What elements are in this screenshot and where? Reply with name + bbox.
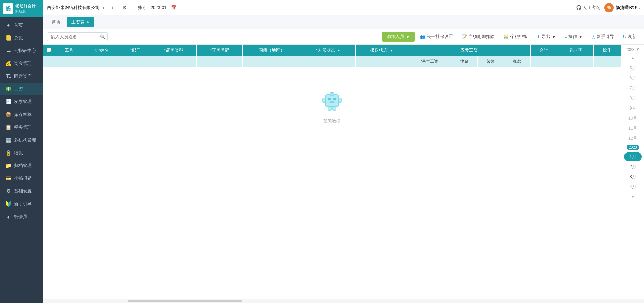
sidebar-label-invoice: 发票管理 xyxy=(14,99,32,105)
sidebar-label-fixed-assets: 固定资产 xyxy=(14,73,32,79)
date-month-6[interactable]: 6月 xyxy=(624,73,642,83)
th-salary-group: 应发工资 xyxy=(408,45,531,56)
guide-button[interactable]: ◎ 新手引导 xyxy=(588,32,617,41)
service-button[interactable]: 🎧 人工客询 xyxy=(576,5,600,11)
svg-rect-0 xyxy=(325,95,339,107)
sidebar-item-expense[interactable]: 💳小畅报销 xyxy=(0,172,43,185)
date-month-12[interactable]: 12月 xyxy=(624,134,642,143)
settings-button[interactable]: ⚙ xyxy=(120,3,129,12)
date-month-5[interactable]: 5月 xyxy=(624,63,642,73)
date-month-4[interactable]: 4月 xyxy=(624,182,642,191)
sidebar-item-close-period[interactable]: 🔒结账 xyxy=(0,146,43,159)
horizontal-scrollbar[interactable] xyxy=(128,300,242,302)
th-checkbox[interactable] xyxy=(43,45,55,56)
date-month-10[interactable]: 10月 xyxy=(624,114,642,123)
topbar-divider xyxy=(134,4,134,11)
operation-arrow-icon: ▼ xyxy=(578,34,583,39)
refresh-button[interactable]: ↻ 刷新 xyxy=(619,32,640,41)
date-month-9[interactable]: 9月 xyxy=(624,103,642,113)
export-arrow-icon: ▼ xyxy=(552,34,556,39)
th-report-status: 报送状态 ▼ xyxy=(356,45,408,56)
add-person-button[interactable]: 添加人员 ▼ xyxy=(382,32,415,42)
th-allowance: 津贴 xyxy=(451,56,478,67)
search-box[interactable]: 🔍 xyxy=(47,32,108,41)
date-next-btn[interactable]: ▼ xyxy=(628,192,638,201)
sidebar-label-guide: 新手引导 xyxy=(14,201,32,207)
sidebar-item-settings[interactable]: ⚙基础设置 xyxy=(0,185,43,198)
expand-panel-button[interactable]: ⤢ xyxy=(631,2,641,13)
sidebar-item-ledger[interactable]: 📒总账 xyxy=(0,32,43,44)
guide-icon: 🔰 xyxy=(5,201,11,207)
logo-icon: 畅 xyxy=(3,3,13,14)
date-month-8[interactable]: 8月 xyxy=(624,93,642,103)
th-number: 工号 xyxy=(55,45,83,56)
sidebar-label-inventory: 库存核算 xyxy=(14,112,32,118)
sidebar-item-payroll[interactable]: 💵工资 xyxy=(0,83,43,95)
date-month-11[interactable]: 11月 xyxy=(624,124,642,133)
sidebar-label-archive: 归档管理 xyxy=(14,163,32,169)
extra-deduction-button[interactable]: 📝 专项附加扣除 xyxy=(458,32,498,41)
home-icon: ⊞ xyxy=(5,22,11,28)
th-nationality: 国籍（地区） xyxy=(242,45,301,56)
export-button[interactable]: ⬆ 导出 ▼ xyxy=(533,32,559,41)
sidebar-item-fund[interactable]: 💰资金管理 xyxy=(0,57,43,70)
tab-payroll[interactable]: 工资表 ✕ xyxy=(67,17,94,27)
sidebar-label-cloud-report: 云报表中心 xyxy=(14,48,36,54)
tab-payroll-label: 工资表 xyxy=(71,19,84,25)
sidebar-item-invoice[interactable]: 🧾发票管理 xyxy=(0,95,43,108)
tab-payroll-close[interactable]: ✕ xyxy=(86,20,89,24)
date-month-3[interactable]: 3月 xyxy=(624,172,642,181)
th-dept: *部门 xyxy=(120,45,151,56)
service-label: 人工客询 xyxy=(583,5,600,11)
sidebar-label-tax: 税务管理 xyxy=(14,124,32,130)
sidebar-label-ledger: 总账 xyxy=(14,35,23,41)
calendar-icon[interactable]: 📅 xyxy=(171,5,176,10)
search-input[interactable] xyxy=(51,34,98,39)
year-badge[interactable]: 2023 xyxy=(627,145,639,150)
social-security-button[interactable]: 👥 统一社保设置 xyxy=(417,32,456,41)
personal-tax-button[interactable]: 🧮 个税申报 xyxy=(500,32,531,41)
sidebar-item-fixed-assets[interactable]: 🏗固定资产 xyxy=(0,70,43,83)
sidebar-item-multi-org[interactable]: 🏢多机构管理 xyxy=(0,134,43,146)
date-panel: 2023.01 ▲ 5月 6月 7月 8月 9月 10月 11月 12月 202… xyxy=(621,45,644,299)
date-prev-btn[interactable]: ▲ xyxy=(628,53,638,63)
extra-deduction-label: 专项附加扣除 xyxy=(468,34,495,40)
table-header-row2: *基本工资 津贴 绩效 扣款 xyxy=(43,56,621,67)
content-area: 工号 ⇅ *姓名 *部门 *证照类型 *证照号码 国籍（地区） *人员状态 ▼ … xyxy=(43,45,644,299)
guide-label: 新手引导 xyxy=(597,34,614,40)
tab-home[interactable]: 首页 xyxy=(47,17,65,27)
sidebar-item-archive[interactable]: 📁归档管理 xyxy=(0,159,43,172)
sidebar-item-member[interactable]: ♦畅会员 xyxy=(0,210,43,223)
company-selector[interactable]: 西安虾米网络科技有限公司 ▼ xyxy=(47,5,105,11)
invoice-icon: 🧾 xyxy=(5,99,11,105)
sidebar-item-tax[interactable]: 📋税务管理 xyxy=(0,121,43,134)
operation-button[interactable]: ≡ 操作 ▼ xyxy=(561,32,586,41)
fixed-assets-icon: 🏗 xyxy=(5,74,11,79)
sidebar-item-inventory[interactable]: 📦库存核算 xyxy=(0,108,43,121)
extra-deduction-icon: 📝 xyxy=(462,34,467,39)
empty-state: 暂无数据 xyxy=(43,67,621,144)
add-person-arrow: ▼ xyxy=(406,34,410,39)
sidebar-item-home[interactable]: ⊞首页 xyxy=(0,19,43,32)
empty-row: 暂无数据 xyxy=(43,67,621,144)
sidebar-logo[interactable]: 畅 畅通好会计 旗舰版 xyxy=(0,0,43,17)
fund-icon: 💰 xyxy=(5,60,11,67)
date-month-7[interactable]: 7月 xyxy=(624,83,642,93)
date-month-1[interactable]: 1月 xyxy=(624,152,642,161)
select-all-checkbox[interactable] xyxy=(47,48,51,52)
sidebar-item-cloud-report[interactable]: ☁云报表中心 xyxy=(0,44,43,57)
report-status-filter-icon[interactable]: ▼ xyxy=(390,49,393,52)
add-company-button[interactable]: + xyxy=(108,3,117,12)
th-total: 合计 xyxy=(530,45,558,56)
payroll-table: 工号 ⇅ *姓名 *部门 *证照类型 *证照号码 国籍（地区） *人员状态 ▼ … xyxy=(43,45,621,144)
ledger-icon: 📒 xyxy=(5,35,11,41)
sidebar-item-guide[interactable]: 🔰新手引导 xyxy=(0,198,43,210)
th-id-num: *证照号码 xyxy=(197,45,242,56)
operation-icon: ≡ xyxy=(565,34,567,39)
date-month-2[interactable]: 2月 xyxy=(624,162,642,171)
sidebar-label-multi-org: 多机构管理 xyxy=(14,137,36,143)
close-panel-button[interactable]: ✕ xyxy=(620,2,631,13)
person-status-filter-icon[interactable]: ▼ xyxy=(337,49,340,52)
scroll-area xyxy=(43,299,644,303)
toolbar-right: 添加人员 ▼ 👥 统一社保设置 📝 专项附加扣除 🧮 个税申报 ⬆ 导出 ▼ xyxy=(382,32,640,42)
